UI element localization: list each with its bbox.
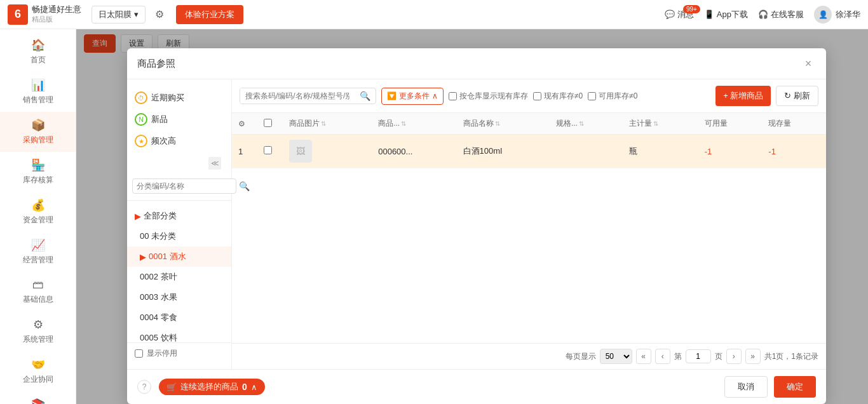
show-disabled-label[interactable]: 显示停用 (135, 348, 224, 359)
cancel-button[interactable]: 取消 (724, 376, 768, 398)
sidebar-label-basic: 基础信息 (23, 294, 53, 305)
chevron-down-icon: ▾ (134, 10, 139, 19)
show-disabled-checkbox[interactable] (135, 349, 143, 358)
topbar: 6 畅捷通好生意 精品版 日太阳膜 ▾ ⚙ 体验行业方案 💬 消息 99+ 📱 … (0, 0, 868, 29)
new-icon: N (135, 113, 147, 126)
cat-beverage[interactable]: 0005 饮料 (127, 328, 231, 342)
filter-icon: 🔽 (387, 91, 397, 100)
category-search-input[interactable] (132, 178, 236, 194)
th-code-label: 商品... (378, 118, 400, 129)
sidebar-label-finance: 资金管理 (23, 215, 53, 226)
sidebar-item-inventory[interactable]: 🏪 库存核算 (0, 152, 76, 192)
td-image: 🖼 (283, 135, 372, 168)
search-toolbar: 🔍 🔽 更多条件 ∧ 按仓库显示现有库存 (232, 79, 826, 113)
confirm-button[interactable]: 确定 (774, 376, 816, 398)
home-icon: 🏠 (31, 38, 45, 52)
cat-uncategorized[interactable]: 00 未分类 (127, 226, 231, 246)
user-profile[interactable]: 👤 徐泽华 (814, 6, 860, 24)
checkbox-nonzero-stock[interactable]: 现有库存≠0 (533, 91, 583, 102)
cart-count: 0 (242, 382, 247, 392)
last-page-button[interactable]: » (745, 349, 761, 364)
cat-tea-label: 0002 茶叶 (140, 271, 177, 283)
quick-nav-recent[interactable]: ⏱ 近期购买 (127, 87, 231, 109)
cat-uncategorized-label: 00 未分类 (140, 231, 176, 242)
cat-all[interactable]: ▶ 全部分类 (127, 206, 231, 226)
category-search-row: 🔍 (127, 175, 231, 198)
app-download-button[interactable]: 📱 App下载 (704, 9, 748, 20)
sidebar-item-purchase[interactable]: 📦 采购管理 (0, 112, 76, 152)
sort-icon-name: ⇅ (495, 120, 500, 127)
cat-alcohol-arrow: ▶ (140, 252, 146, 262)
th-unit-label: 主计量 (629, 118, 652, 129)
prev-page-button[interactable]: ‹ (655, 349, 670, 364)
row-checkbox[interactable] (264, 146, 272, 154)
cat-snack-label: 0004 零食 (140, 312, 177, 323)
store-selector[interactable]: 日太阳膜 ▾ (92, 6, 146, 24)
sidebar-item-operation[interactable]: 📈 经营管理 (0, 232, 76, 272)
sidebar-item-guide[interactable]: 📚 新手引导 (0, 391, 76, 404)
message-button[interactable]: 💬 消息 99+ (665, 9, 694, 20)
checkbox-nonzero-available[interactable]: 可用库存≠0 (588, 91, 637, 102)
quick-nav-frequent[interactable]: ★ 频次高 (127, 130, 231, 152)
message-icon: 💬 (665, 10, 675, 19)
trial-button[interactable]: 体验行业方案 (176, 5, 243, 24)
cat-fruit[interactable]: 0003 水果 (127, 287, 231, 307)
modal-close-button[interactable]: × (801, 56, 816, 71)
cat-all-arrow: ▶ (135, 212, 141, 221)
cart-button[interactable]: 🛒 连续选择的商品 0 ∧ (159, 379, 265, 395)
select-all-checkbox[interactable] (264, 119, 272, 127)
nonzero-stock-checkbox[interactable] (533, 92, 541, 100)
product-table: ⚙ 商品图片 ⇅ (232, 113, 826, 168)
cart-chevron: ∧ (251, 382, 257, 392)
gear-button[interactable]: ⚙ (151, 6, 168, 24)
help-button[interactable]: ? (137, 380, 151, 394)
product-search-input[interactable] (240, 88, 355, 104)
sidebar-item-basic[interactable]: 🗃 基础信息 (0, 272, 76, 311)
per-page-label: 每页显示 (566, 351, 596, 362)
quick-nav-new[interactable]: N 新品 (127, 109, 231, 130)
cat-alcohol[interactable]: ▶ 0001 酒水 (127, 246, 231, 267)
sidebar-item-home[interactable]: 🏠 首页 (0, 32, 76, 72)
logo-sub: 精品版 (32, 15, 81, 24)
add-product-button[interactable]: + 新增商品 (715, 86, 771, 106)
by-warehouse-checkbox[interactable] (449, 92, 457, 100)
per-page-select[interactable]: 50 100 (600, 349, 632, 364)
table-row[interactable]: 1 🖼 000600... 白酒100ml 瓶 -1 (232, 135, 826, 168)
td-spec (550, 135, 623, 168)
refresh-button[interactable]: ↻ 刷新 (776, 86, 818, 106)
logo-area: 6 畅捷通好生意 精品版 (8, 4, 81, 25)
sidebar-label-purchase: 采购管理 (23, 135, 53, 145)
guide-icon: 📚 (31, 398, 45, 404)
th-settings[interactable]: ⚙ (232, 113, 257, 135)
sidebar-item-finance[interactable]: 💰 资金管理 (0, 192, 76, 232)
checkbox-by-warehouse-label: 按仓库显示现有库存 (459, 91, 528, 102)
app-icon: 📱 (704, 10, 714, 19)
checkbox-by-warehouse[interactable]: 按仓库显示现有库存 (449, 91, 528, 102)
sidebar-label-operation: 经营管理 (23, 255, 53, 266)
main-layout: 🏠 首页 📊 销售管理 📦 采购管理 🏪 库存核算 💰 资金管理 📈 经营管理 … (0, 29, 868, 404)
filter-label: 更多条件 (399, 91, 430, 102)
cat-snack[interactable]: 0004 零食 (127, 307, 231, 328)
more-filter-button[interactable]: 🔽 更多条件 ∧ (381, 88, 444, 105)
th-spec-label: 规格... (556, 118, 578, 129)
th-image: 商品图片 ⇅ (283, 113, 372, 135)
td-index: 1 (232, 135, 257, 168)
online-service-button[interactable]: 🎧 在线客服 (758, 9, 804, 20)
quick-nav-frequent-label: 频次高 (151, 135, 176, 147)
right-panel: 🔍 🔽 更多条件 ∧ 按仓库显示现有库存 (232, 79, 826, 369)
td-checkbox[interactable] (257, 135, 283, 168)
first-page-button[interactable]: « (636, 349, 651, 364)
quick-nav: ⏱ 近期购买 N 新品 ★ 频次高 (127, 84, 231, 154)
page-number-input[interactable] (686, 349, 711, 363)
sort-icon-spec: ⇅ (579, 120, 584, 127)
collapse-button[interactable]: ≪ (208, 157, 221, 170)
sidebar-item-system[interactable]: ⚙ 系统管理 (0, 311, 76, 351)
th-checkbox[interactable] (257, 113, 283, 135)
cat-beverage-label: 0005 饮料 (140, 332, 177, 342)
cat-tea[interactable]: 0002 茶叶 (127, 267, 231, 287)
next-page-button[interactable]: › (726, 349, 742, 364)
nonzero-available-checkbox[interactable] (588, 92, 596, 100)
sidebar-item-sales[interactable]: 📊 销售管理 (0, 72, 76, 112)
sidebar-item-enterprise[interactable]: 🤝 企业协同 (0, 351, 76, 391)
product-search-button[interactable]: 🔍 (355, 88, 376, 104)
